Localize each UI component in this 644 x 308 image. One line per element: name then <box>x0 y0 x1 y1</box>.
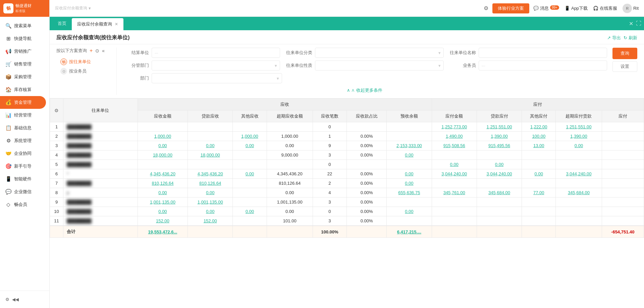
cell-link[interactable]: 0.00 <box>387 150 432 160</box>
unit-nature-label: 往来单位性质 <box>285 62 312 69</box>
promo-button[interactable]: 体验行业方案 <box>492 3 529 13</box>
cell-link[interactable]: 2,153,333.00 <box>387 141 432 150</box>
cell-link[interactable]: 915,508.56 <box>432 141 477 150</box>
cell-link[interactable]: 3,044,240.00 <box>477 169 522 179</box>
sidebar-item-member[interactable]: ◇ 畅会员 <box>0 198 49 211</box>
sidebar-item-nav[interactable]: ⊞ 快捷导航 <box>0 32 49 45</box>
cell-link[interactable]: 0.00 <box>556 141 602 150</box>
sidebar-item-search[interactable]: 🔍 搜索菜单 <box>0 19 49 32</box>
scheme-by-unit[interactable]: 畅 按往来单位 <box>56 57 112 67</box>
cell-link[interactable]: 0.00 <box>477 160 522 169</box>
cell-link[interactable]: 0.00 <box>522 169 556 179</box>
sidebar-item-marketing[interactable]: 📢 营销推广 <box>0 45 49 58</box>
cell-link[interactable]: 0.00 <box>432 160 477 169</box>
cell-link[interactable]: 345,684.00 <box>556 188 602 197</box>
cell-link[interactable]: 345,684.00 <box>477 188 522 197</box>
cell-link[interactable]: 3,044,240.00 <box>556 169 602 179</box>
cell-link[interactable]: 3,044,240.00 <box>432 169 477 179</box>
cell-link[interactable]: 100.00 <box>522 132 556 141</box>
department-input[interactable]: ▾ <box>152 73 282 83</box>
cell-link[interactable]: 1,251,551.00 <box>477 122 522 132</box>
cell-link[interactable]: 1,390.00 <box>477 132 522 141</box>
add-scheme-icon[interactable]: + <box>90 48 93 54</box>
fullscreen-icon[interactable]: ⛶ <box>636 20 641 27</box>
settlement-unit-input[interactable]: ··· <box>152 48 280 58</box>
unit-name-input[interactable] <box>479 48 607 58</box>
customer-service-btn[interactable]: 🎧 在线客服 <box>593 5 617 11</box>
cell-link[interactable]: 1,390.00 <box>556 132 602 141</box>
user-menu[interactable]: R Rit <box>623 4 639 13</box>
cell-link[interactable]: 4,345,436.20 <box>138 169 187 179</box>
cell-link[interactable]: 1,252,773.00 <box>432 122 477 132</box>
footer-ar-prepay[interactable]: 6,417,215.... <box>387 226 432 238</box>
cell-link[interactable]: 0.00 <box>188 141 233 150</box>
tab-home[interactable]: 首页 <box>52 17 72 30</box>
sidebar-item-inventory[interactable]: 🏠 库存核算 <box>0 83 49 96</box>
sidebar-item-hardware[interactable]: 📱 智能硬件 <box>0 173 49 185</box>
cell-link[interactable]: 1,001,135.00 <box>188 197 233 207</box>
table-settings-icon[interactable]: ⚙ <box>54 108 59 113</box>
cell-link[interactable]: 0.00 <box>387 169 432 179</box>
sidebar-item-mgmt[interactable]: 📊 经营管理 <box>0 109 49 122</box>
cell-link[interactable]: 810,126.64 <box>138 179 187 188</box>
cell-link[interactable]: 13.00 <box>522 141 556 150</box>
cell-link[interactable]: 0.00 <box>188 188 233 197</box>
unit-category-input[interactable]: ▾ <box>315 48 443 58</box>
cell-link[interactable]: 18,000.00 <box>138 150 187 160</box>
cell-link[interactable]: 152.00 <box>138 216 187 226</box>
tab-close-icon[interactable]: ✕ <box>115 22 118 27</box>
gear-icon[interactable]: ⚙ <box>484 5 488 11</box>
sidebar-item-finance[interactable]: 💰 资金管理 <box>0 96 46 109</box>
sidebar-item-system[interactable]: ⚙ 系统管理 <box>0 134 49 147</box>
refresh-button[interactable]: ↻ 刷新 <box>624 35 637 41</box>
sidebar-item-wechat[interactable]: 💬 企业微信 <box>0 185 49 198</box>
dept-manager-input[interactable]: ▾ <box>152 60 280 71</box>
cell-link[interactable]: 77.00 <box>522 188 556 197</box>
cell-link[interactable]: 0.00 <box>387 207 432 216</box>
cell-link[interactable]: 0.00 <box>138 141 187 150</box>
cell-link[interactable]: 4,345,436.20 <box>188 169 233 179</box>
cell-link[interactable]: 1,001,135.00 <box>138 197 187 207</box>
sidebar-item-sales[interactable]: 🛒 销售管理 <box>0 58 49 71</box>
cell-link[interactable]: 655,636.75 <box>387 188 432 197</box>
scheme-by-staff[interactable]: ⊙ 按业务员 <box>56 67 112 76</box>
scheme-settings-icon[interactable]: ⊙ <box>95 48 99 53</box>
salesperson-input[interactable]: ··· <box>479 60 607 71</box>
filter-collapse-btn[interactable]: ∧ ∧ 收起更多条件 <box>122 86 607 95</box>
close-all-icon[interactable]: ✕ <box>629 20 633 27</box>
query-button[interactable]: 查询 <box>612 48 637 59</box>
cell-link[interactable]: 0.00 <box>233 141 267 150</box>
app-download-btn[interactable]: 📱 App下载 <box>565 5 588 11</box>
tab-query[interactable]: 应收应付余额查询 ✕ <box>72 18 123 30</box>
cell-link[interactable]: 0.00 <box>233 207 267 216</box>
unit-nature-input[interactable]: ▾ <box>315 60 443 71</box>
sidebar-settings[interactable]: ⚙ ◀◀ <box>0 294 49 305</box>
cell-link[interactable]: 1,251,551.00 <box>556 122 602 132</box>
sidebar-item-guide[interactable]: 🎯 新手引导 <box>0 160 49 173</box>
cell-link[interactable]: 915,495.56 <box>477 141 522 150</box>
cell-link[interactable]: 810,126.64 <box>188 179 233 188</box>
set-button[interactable]: 设置 <box>612 61 637 72</box>
cell-link[interactable]: 1,490.00 <box>432 132 477 141</box>
cell-link[interactable]: 0.00 <box>233 169 267 179</box>
logo-sub: 标准版 <box>15 9 32 13</box>
footer-ar-amount[interactable]: 19,553,472,6... <box>138 226 187 238</box>
cell-link[interactable]: 345,761.00 <box>432 188 477 197</box>
export-button[interactable]: ↗ 导出 <box>607 35 621 41</box>
notification-btn[interactable]: 💬 消息 99+ <box>533 5 559 11</box>
cell-link[interactable]: 152.00 <box>188 216 233 226</box>
cell-link[interactable]: 1,000.00 <box>233 132 267 141</box>
cell-link[interactable]: 1,222.00 <box>522 122 556 132</box>
sidebar-item-basic[interactable]: 📋 基础信息 <box>0 122 49 134</box>
cell-link[interactable]: 0.00 <box>387 179 432 188</box>
cell-link[interactable]: 0.00 <box>138 207 187 216</box>
cell-link[interactable]: 1,000.00 <box>138 132 187 141</box>
username: Rit <box>633 6 639 11</box>
cell-link[interactable]: 0.00 <box>188 207 233 216</box>
scheme-collapse-icon[interactable]: « <box>102 48 105 53</box>
cell-link[interactable]: 18,000.00 <box>188 150 233 160</box>
sidebar-item-collab[interactable]: 🤝 企业协同 <box>0 147 49 160</box>
sidebar-menu: 🔍 搜索菜单 ⊞ 快捷导航 📢 营销推广 🛒 销售管理 📦 采购管理 🏠 库存核… <box>0 17 49 291</box>
cell-link[interactable]: 0.00 <box>138 188 187 197</box>
sidebar-item-purchase[interactable]: 📦 采购管理 <box>0 71 49 83</box>
